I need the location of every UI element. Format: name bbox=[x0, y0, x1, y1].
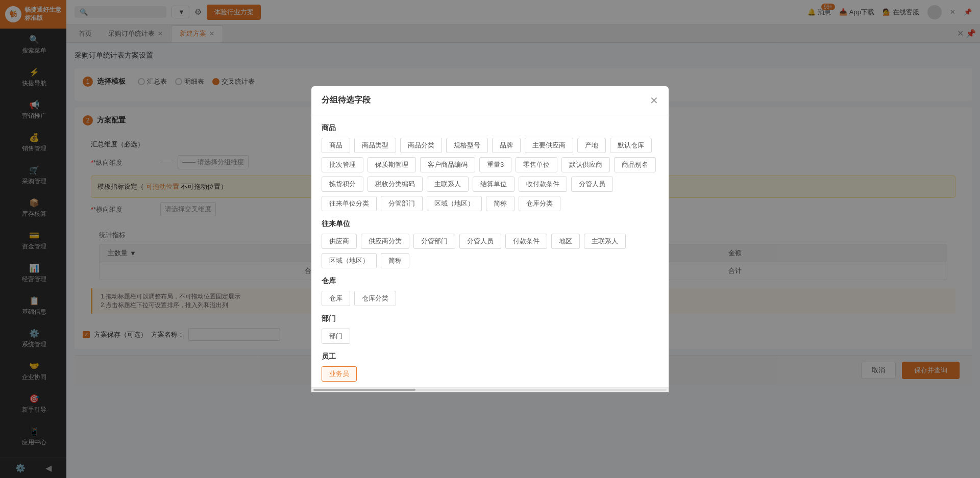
field-tag[interactable]: 分管人员 bbox=[571, 177, 613, 192]
field-tag[interactable]: 商品分类 bbox=[400, 138, 442, 153]
field-tag[interactable]: 简称 bbox=[486, 196, 514, 211]
field-tag[interactable]: 仓库 bbox=[322, 291, 350, 306]
field-tag[interactable]: 商品别名 bbox=[614, 157, 656, 172]
field-group-department: 部门 部门 bbox=[322, 314, 658, 344]
modal-scroll-thumb bbox=[313, 389, 415, 391]
field-group-product-title: 商品 bbox=[322, 123, 658, 133]
field-group-employee-title: 员工 bbox=[322, 352, 658, 361]
field-group-department-title: 部门 bbox=[322, 314, 658, 323]
field-group-employee: 员工 业务员 bbox=[322, 352, 658, 382]
field-tags-department: 部门 bbox=[322, 329, 658, 344]
field-tag[interactable]: 产地 bbox=[577, 138, 606, 153]
modal-scroll-bar[interactable] bbox=[311, 387, 669, 392]
modal-title: 分组待选字段 bbox=[322, 95, 371, 106]
field-tag[interactable]: 付款条件 bbox=[505, 234, 547, 249]
field-tag[interactable]: 拣货积分 bbox=[322, 177, 363, 192]
field-tag[interactable]: 地区 bbox=[551, 234, 580, 249]
field-tag[interactable]: 保质期管理 bbox=[368, 157, 416, 172]
modal-scroll-track bbox=[313, 389, 667, 391]
field-tag[interactable]: 默认仓库 bbox=[610, 138, 652, 153]
field-tag[interactable]: 主联系人 bbox=[584, 234, 626, 249]
field-tag[interactable]: 主要供应商 bbox=[525, 138, 573, 153]
field-tag-employee[interactable]: 业务员 bbox=[322, 366, 357, 382]
field-group-product: 商品 商品 商品类型 商品分类 规格型号 品牌 主要供应商 产地 默认仓库 批次… bbox=[322, 123, 658, 211]
field-tag[interactable]: 供应商分类 bbox=[361, 234, 409, 249]
field-tag[interactable]: 结算单位 bbox=[473, 177, 514, 192]
field-tag[interactable]: 品牌 bbox=[492, 138, 521, 153]
field-tag[interactable]: 商品类型 bbox=[354, 138, 396, 153]
field-tag[interactable]: 批次管理 bbox=[322, 157, 363, 172]
field-tag[interactable]: 分管人员 bbox=[459, 234, 501, 249]
field-tag[interactable]: 仓库分类 bbox=[354, 291, 396, 306]
field-tags-employee: 业务员 bbox=[322, 366, 658, 382]
field-tag[interactable]: 规格型号 bbox=[446, 138, 488, 153]
field-tag[interactable]: 分管部门 bbox=[381, 196, 423, 211]
field-tag[interactable]: 收付款条件 bbox=[519, 177, 567, 192]
field-tag[interactable]: 重量3 bbox=[479, 157, 511, 172]
field-group-partner: 往来单位 供应商 供应商分类 分管部门 分管人员 付款条件 地区 主联系人 区域… bbox=[322, 219, 658, 268]
field-tag[interactable]: 往来单位分类 bbox=[322, 196, 377, 211]
modal-dialog: 分组待选字段 ✕ 商品 商品 商品类型 商品分类 规格型号 品牌 主要供应商 产… bbox=[311, 86, 669, 392]
field-tag[interactable]: 仓库分类 bbox=[519, 196, 560, 211]
modal-close-btn[interactable]: ✕ bbox=[650, 94, 658, 107]
field-tag[interactable]: 主联系人 bbox=[427, 177, 469, 192]
field-tag[interactable]: 分管部门 bbox=[413, 234, 455, 249]
field-group-warehouse-title: 仓库 bbox=[322, 276, 658, 286]
field-tags-warehouse: 仓库 仓库分类 bbox=[322, 291, 658, 306]
field-tag[interactable]: 客户商品编码 bbox=[420, 157, 475, 172]
field-tag[interactable]: 零售单位 bbox=[516, 157, 557, 172]
field-tags-partner: 供应商 供应商分类 分管部门 分管人员 付款条件 地区 主联系人 区域（地区） … bbox=[322, 234, 658, 268]
field-tag[interactable]: 简称 bbox=[381, 253, 409, 268]
field-tags-product: 商品 商品类型 商品分类 规格型号 品牌 主要供应商 产地 默认仓库 批次管理 … bbox=[322, 138, 658, 211]
modal-overlay[interactable]: 分组待选字段 ✕ 商品 商品 商品类型 商品分类 规格型号 品牌 主要供应商 产… bbox=[0, 0, 980, 478]
modal-header: 分组待选字段 ✕ bbox=[311, 86, 669, 115]
field-tag[interactable]: 部门 bbox=[322, 329, 350, 344]
field-tag[interactable]: 商品 bbox=[322, 138, 350, 153]
field-tag[interactable]: 默认供应商 bbox=[561, 157, 610, 172]
field-tag[interactable]: 区域（地区） bbox=[427, 196, 482, 211]
field-tag[interactable]: 区域（地区） bbox=[322, 253, 377, 268]
field-tag[interactable]: 供应商 bbox=[322, 234, 357, 249]
field-group-warehouse: 仓库 仓库 仓库分类 bbox=[322, 276, 658, 306]
modal-body: 商品 商品 商品类型 商品分类 规格型号 品牌 主要供应商 产地 默认仓库 批次… bbox=[311, 115, 669, 387]
field-tag[interactable]: 税收分类编码 bbox=[368, 177, 423, 192]
field-group-partner-title: 往来单位 bbox=[322, 219, 658, 229]
